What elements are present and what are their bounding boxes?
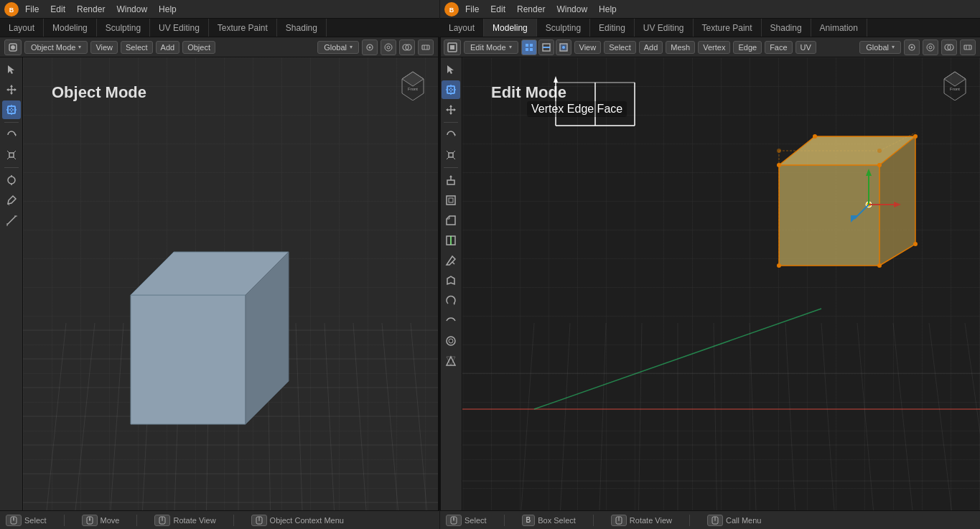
menu-render-right[interactable]: Render: [512, 3, 550, 16]
blender-logo-right[interactable]: B: [444, 2, 459, 17]
right-mode-dropdown[interactable]: Edit Mode ▾: [464, 41, 518, 54]
svg-point-153: [877, 149, 882, 153]
left-add-btn[interactable]: Add: [156, 41, 180, 54]
nav-cube-right[interactable]: Front: [937, 65, 973, 100]
left-viewport-canvas[interactable]: Object Mode Front: [23, 57, 438, 510]
right-viewport-canvas[interactable]: Edit Mode Vertex Edge Face: [462, 57, 980, 510]
menu-window-left[interactable]: Window: [111, 3, 152, 16]
right-tool-knife[interactable]: [442, 251, 460, 270]
left-toolbar: [0, 57, 23, 510]
right-tool-bevel[interactable]: [442, 211, 460, 230]
right-vertex-btn[interactable]: Vertex: [698, 41, 730, 54]
tab-modeling-right[interactable]: Modeling: [484, 19, 537, 37]
right-snap-icon[interactable]: [904, 39, 920, 55]
right-tool-spin[interactable]: [442, 291, 460, 310]
left-proportional-icon[interactable]: [381, 39, 396, 55]
left-xray-icon[interactable]: [418, 39, 434, 55]
tab-texture-paint-right[interactable]: Texture Paint: [694, 19, 762, 37]
tool-annotate[interactable]: [2, 191, 21, 210]
tool-select[interactable]: [2, 100, 21, 119]
left-overlay-icon[interactable]: [399, 39, 415, 55]
right-face-btn[interactable]: Face: [765, 41, 792, 54]
menu-help-right[interactable]: Help: [594, 3, 622, 16]
tool-move[interactable]: [2, 80, 21, 99]
tab-modeling-left[interactable]: Modeling: [44, 19, 97, 37]
left-object-btn[interactable]: Object: [182, 41, 215, 54]
menu-edit-left[interactable]: Edit: [45, 3, 70, 16]
left-snap-icon[interactable]: [362, 39, 378, 55]
status-rotate-left: Rotate View: [154, 515, 215, 526]
tab-shading-left[interactable]: Shading: [277, 19, 327, 37]
left-view-btn[interactable]: View: [90, 41, 118, 54]
right-uv-btn[interactable]: UV: [795, 41, 816, 54]
svg-point-147: [777, 163, 781, 167]
right-tool-shrink[interactable]: [442, 332, 460, 350]
tab-layout-left[interactable]: Layout: [0, 19, 44, 37]
right-overlay-icon[interactable]: [941, 39, 957, 55]
tab-uv-editing-left[interactable]: UV Editing: [150, 19, 209, 37]
svg-point-75: [927, 44, 934, 51]
right-tool-smooth[interactable]: [442, 312, 460, 330]
left-select-btn[interactable]: Select: [121, 41, 153, 54]
menu-file-right[interactable]: File: [460, 3, 484, 16]
tool-transform[interactable]: [2, 171, 21, 189]
menu-window-right[interactable]: Window: [551, 3, 592, 16]
right-tool-polyloop[interactable]: [442, 271, 460, 290]
edge-select-btn[interactable]: [538, 39, 554, 55]
right-tool-scale[interactable]: [442, 146, 460, 164]
right-tool-extrude[interactable]: [442, 171, 460, 189]
right-select-btn[interactable]: Select: [604, 41, 636, 54]
menu-help-left[interactable]: Help: [154, 3, 182, 16]
right-xray-icon[interactable]: [960, 39, 976, 55]
face-select-btn[interactable]: [556, 39, 571, 55]
lmb-key-left: [6, 515, 22, 526]
svg-marker-19: [6, 88, 9, 91]
tool-cursor[interactable]: [2, 60, 21, 79]
right-proportional-icon[interactable]: [923, 39, 938, 55]
tool-separator-2: [4, 167, 19, 168]
tab-uv-editing-right[interactable]: UV Editing: [635, 19, 694, 37]
tool-scale[interactable]: [2, 146, 21, 164]
svg-marker-24: [15, 134, 17, 136]
status-select-right: Select: [446, 515, 487, 526]
svg-rect-175: [89, 518, 90, 520]
right-mode-dropdown-arrow: ▾: [509, 44, 512, 50]
right-tool-loop-cut[interactable]: [442, 231, 460, 250]
svg-rect-100: [447, 196, 455, 205]
tab-sculpting-left[interactable]: Sculpting: [97, 19, 150, 37]
menu-edit-right[interactable]: Edit: [485, 3, 510, 16]
tab-texture-paint-left[interactable]: Texture Paint: [209, 19, 277, 37]
right-transform-btn[interactable]: Global ▾: [859, 41, 901, 54]
tab-layout-right[interactable]: Layout: [440, 19, 484, 37]
right-view-btn[interactable]: View: [574, 41, 602, 54]
left-mode-dropdown[interactable]: Object Mode ▾: [24, 41, 88, 54]
vertex-select-btn[interactable]: [521, 39, 537, 55]
menu-file-left[interactable]: File: [20, 3, 44, 16]
right-tool-rotate[interactable]: [442, 126, 460, 144]
tool-measure[interactable]: [2, 211, 21, 230]
right-tool-move[interactable]: [442, 100, 460, 119]
right-tool-inset[interactable]: [442, 191, 460, 210]
blender-logo-left[interactable]: B: [4, 2, 19, 17]
tab-sculpting-right[interactable]: Sculpting: [537, 19, 590, 37]
select-type-group: [521, 39, 571, 55]
right-tool-cursor[interactable]: [442, 60, 460, 79]
right-tool-select[interactable]: [442, 80, 460, 99]
left-transform-btn[interactable]: Global ▾: [317, 41, 359, 54]
right-tool-sep-2: [444, 167, 458, 168]
tab-animation-right[interactable]: Animation: [811, 19, 867, 37]
right-tool-push-pull[interactable]: [442, 352, 460, 370]
nav-cube-left[interactable]: Front: [395, 65, 431, 100]
menu-render-left[interactable]: Render: [72, 3, 110, 16]
svg-point-149: [813, 134, 817, 139]
rotate-label-left: Rotate View: [173, 516, 215, 525]
tab-editing-right[interactable]: Editing: [590, 19, 635, 37]
tab-shading-right[interactable]: Shading: [762, 19, 811, 37]
right-edge-btn[interactable]: Edge: [733, 41, 762, 54]
svg-marker-90: [454, 108, 456, 111]
status-select-left: Select: [6, 515, 47, 526]
tool-rotate[interactable]: [2, 126, 21, 144]
right-add-btn[interactable]: Add: [639, 41, 663, 54]
right-workspace-tabs: Layout Modeling Sculpting Editing UV Edi…: [440, 19, 980, 37]
right-mesh-btn[interactable]: Mesh: [666, 41, 695, 54]
